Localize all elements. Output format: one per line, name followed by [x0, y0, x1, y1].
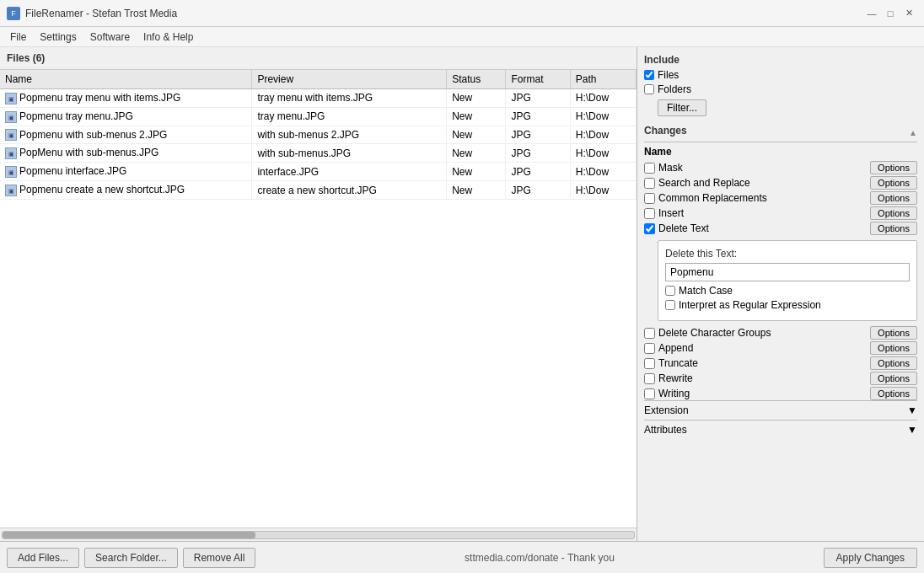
menu-software[interactable]: Software	[83, 29, 137, 45]
maximize-button[interactable]: □	[882, 5, 899, 22]
delete-char-groups-checkbox[interactable]	[644, 328, 655, 339]
bottom-bar: Add Files... Search Folder... Remove All…	[0, 541, 924, 573]
cell-status: New	[447, 107, 506, 126]
attributes-label: Attributes	[644, 424, 687, 436]
attributes-arrow-icon: ▼	[907, 424, 917, 436]
search-replace-checkbox[interactable]	[644, 178, 655, 189]
extension-row[interactable]: Extension ▼	[644, 400, 917, 420]
col-format: Format	[506, 70, 570, 89]
insert-options-button[interactable]: Options	[870, 206, 917, 220]
rewrite-label: Rewrite	[658, 372, 693, 384]
status-text: sttmedia.com/donate - Thank you	[465, 552, 615, 564]
mask-row: Mask Options	[644, 161, 917, 174]
file-icon: ▣	[5, 166, 17, 178]
file-icon: ▣	[5, 93, 17, 104]
cell-preview: with sub-menus 2.JPG	[252, 126, 447, 144]
cell-path: H:\Dow	[570, 163, 636, 181]
menu-bar: File Settings Software Info & Help	[0, 27, 924, 47]
insert-label: Insert	[658, 207, 684, 219]
delete-text-input[interactable]	[665, 263, 910, 281]
remove-all-button[interactable]: Remove All	[183, 548, 256, 568]
file-icon: ▣	[5, 185, 17, 196]
delete-char-groups-label: Delete Character Groups	[658, 327, 771, 339]
delete-char-groups-options-button[interactable]: Options	[870, 326, 917, 340]
writing-options-button[interactable]: Options	[870, 387, 917, 400]
file-table: Name Preview Status Format Path ▣Popmenu…	[0, 70, 637, 527]
common-replacements-label: Common Replacements	[658, 192, 767, 204]
regex-label: Interpret as Regular Expression	[679, 299, 821, 311]
writing-row: Writing Options	[644, 387, 917, 400]
rewrite-row-left: Rewrite	[644, 372, 693, 384]
match-case-label: Match Case	[679, 285, 733, 297]
cell-preview: interface.JPG	[252, 163, 447, 181]
cell-name: ▣Popmenu tray menu with items.JPG	[0, 89, 252, 108]
col-status: Status	[447, 70, 506, 89]
minimize-button[interactable]: —	[863, 5, 880, 22]
delete-char-groups-row: Delete Character Groups Options	[644, 326, 917, 340]
truncate-options-button[interactable]: Options	[870, 356, 917, 370]
attributes-row[interactable]: Attributes ▼	[644, 420, 917, 439]
search-folder-button[interactable]: Search Folder...	[84, 548, 178, 568]
insert-checkbox[interactable]	[644, 208, 655, 219]
menu-settings[interactable]: Settings	[33, 29, 83, 45]
writing-checkbox[interactable]	[644, 388, 655, 399]
extension-arrow-icon: ▼	[907, 404, 917, 416]
menu-file[interactable]: File	[3, 29, 33, 45]
table-row[interactable]: ▣Popmenu tray menu with items.JPG tray m…	[0, 89, 637, 108]
mask-options-button[interactable]: Options	[870, 161, 917, 174]
append-label: Append	[658, 342, 693, 354]
common-replacements-options-button[interactable]: Options	[870, 191, 917, 205]
close-button[interactable]: ✕	[900, 5, 917, 22]
horizontal-scrollbar-area	[0, 527, 637, 541]
bottom-left: Add Files... Search Folder... Remove All	[7, 548, 255, 568]
delete-text-row-left: Delete Text	[644, 222, 709, 234]
search-replace-row-left: Search and Replace	[644, 177, 750, 189]
search-replace-label: Search and Replace	[658, 177, 750, 189]
cell-preview: tray menu with items.JPG	[252, 89, 447, 108]
rewrite-checkbox[interactable]	[644, 373, 655, 384]
cell-preview: create a new shortcut.JPG	[252, 181, 447, 200]
delete-text-checkbox[interactable]	[644, 223, 655, 234]
regex-checkbox[interactable]	[665, 300, 675, 310]
file-icon: ▣	[5, 111, 17, 123]
common-replacements-row: Common Replacements Options	[644, 191, 917, 205]
cell-status: New	[447, 163, 506, 181]
table-row[interactable]: ▣Popmenu interface.JPG interface.JPG New…	[0, 163, 637, 181]
horizontal-scrollbar[interactable]	[2, 531, 635, 539]
cell-path: H:\Dow	[570, 107, 636, 126]
table-row[interactable]: ▣Popmenu tray menu.JPG tray menu.JPG New…	[0, 107, 637, 126]
search-replace-options-button[interactable]: Options	[870, 176, 917, 190]
table-row[interactable]: ▣Popmenu create a new shortcut.JPG creat…	[0, 181, 637, 200]
delete-char-groups-left: Delete Character Groups	[644, 327, 771, 339]
insert-row: Insert Options	[644, 206, 917, 220]
delete-this-text-label: Delete this Text:	[665, 248, 910, 260]
append-options-button[interactable]: Options	[870, 341, 917, 355]
cell-preview: with sub-menus.JPG	[252, 144, 447, 163]
files-checkbox[interactable]	[644, 70, 654, 80]
match-case-checkbox[interactable]	[665, 286, 675, 296]
truncate-row-left: Truncate	[644, 357, 698, 369]
add-files-button[interactable]: Add Files...	[7, 548, 79, 568]
file-icon: ▣	[5, 147, 17, 159]
changes-header: Changes ▲	[644, 125, 917, 142]
apply-changes-button[interactable]: Apply Changes	[824, 548, 917, 568]
common-replacements-checkbox[interactable]	[644, 193, 655, 204]
col-name: Name	[0, 70, 252, 89]
col-path: Path	[570, 70, 636, 89]
append-checkbox[interactable]	[644, 343, 655, 354]
filter-button[interactable]: Filter...	[658, 99, 706, 116]
scrollbar-thumb	[3, 532, 255, 538]
table-row[interactable]: ▣PopMenu with sub-menus.JPG with sub-men…	[0, 144, 637, 163]
append-row: Append Options	[644, 341, 917, 355]
truncate-checkbox[interactable]	[644, 358, 655, 369]
common-replacements-left: Common Replacements	[644, 192, 767, 204]
menu-info-help[interactable]: Info & Help	[137, 29, 200, 45]
table-row[interactable]: ▣Popmenu with sub-menus 2.JPG with sub-m…	[0, 126, 637, 144]
cell-path: H:\Dow	[570, 144, 636, 163]
rewrite-options-button[interactable]: Options	[870, 372, 917, 385]
delete-text-options-button[interactable]: Options	[870, 222, 917, 235]
mask-checkbox[interactable]	[644, 163, 655, 174]
folders-checkbox[interactable]	[644, 84, 654, 94]
cell-path: H:\Dow	[570, 181, 636, 200]
file-icon: ▣	[5, 129, 17, 141]
